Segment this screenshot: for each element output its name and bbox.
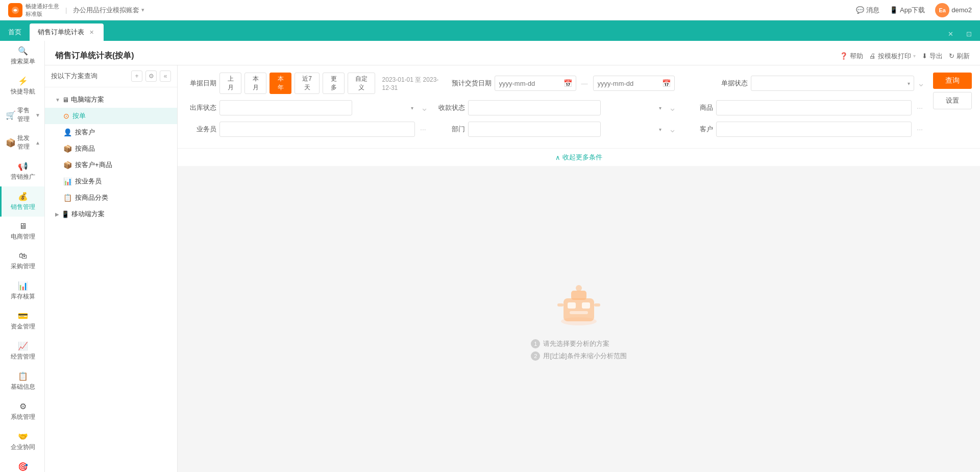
date-field: 单据日期 上月 本月 本年 近7天 更多 自定义 2023-01-01 至 20… [186, 73, 446, 94]
message-btn[interactable]: 💬 消息 [856, 6, 879, 15]
status-select-wrapper [751, 76, 914, 91]
7days-btn[interactable]: 近7天 [295, 73, 320, 94]
help-btn[interactable]: ❓ 帮助 [840, 52, 863, 61]
sidebar-item-sales[interactable]: 💰 销售管理 [0, 186, 44, 217]
refresh-btn[interactable]: ↻ 刷新 [949, 52, 970, 61]
by-product-icon: 📦 [63, 145, 72, 153]
sidebar-item-system[interactable]: ⚙ 系统管理 [0, 396, 44, 427]
message-icon: 💬 [856, 6, 864, 14]
calendar-end-icon: 📅 [662, 79, 671, 87]
tree-item-by-customer[interactable]: 👤 按客户 [45, 124, 177, 140]
main-layout: 🔍 搜索菜单 ⚡ 快捷导航 🛒 零售管理 ▼ 📦 批发管理 ▲ 📢 营销推广 💰… [0, 41, 980, 472]
delivery-status-select[interactable] [219, 100, 352, 115]
sidebar-item-ecommerce[interactable]: 🖥 电商管理 [0, 217, 44, 246]
cur-year-btn[interactable]: 本年 [270, 73, 291, 94]
content-area: 销售订单统计表(按单) ❓ 帮助 🖨 按模板打印 ▾ ⬇ 导出 ↻ 刷新 [45, 41, 980, 472]
add-scheme-btn[interactable]: + [131, 70, 142, 82]
collapse-icon: ∧ [555, 154, 560, 161]
collapse-panel-btn[interactable]: « [160, 70, 171, 82]
sidebar-item-finance[interactable]: 💳 资金管理 [0, 306, 44, 336]
page-header: 销售订单统计表(按单) ❓ 帮助 🖨 按模板打印 ▾ ⬇ 导出 ↻ 刷新 [45, 41, 980, 65]
receipt-status-field: 收款状态 ⌄ [434, 100, 677, 115]
tree-section-mobile[interactable]: ▶ 📱 移动端方案 [45, 206, 177, 222]
left-panel-icons: + ⚙ « [131, 70, 171, 82]
product-more-btn[interactable]: ··· [915, 104, 925, 112]
refresh-icon: ↻ [949, 52, 954, 60]
settings-scheme-btn[interactable]: ⚙ [145, 70, 157, 82]
print-icon: 🖨 [869, 52, 876, 60]
sidebar-item-inventory[interactable]: 📊 库存核算 [0, 276, 44, 306]
salesperson-field: 业务员 ··· [186, 122, 428, 137]
sidebar-item-retail[interactable]: 🛒 零售管理 ▼ [0, 101, 44, 129]
tab-bar: 首页 销售订单统计表 ✕ ✕ ⊡ [0, 20, 980, 41]
status-expand-icon[interactable]: ⌄ [917, 78, 925, 89]
sidebar-item-search[interactable]: 🔍 搜索菜单 [0, 41, 44, 71]
customer-more-btn[interactable]: ··· [915, 125, 925, 133]
prev-month-btn[interactable]: 上月 [219, 73, 241, 94]
tree-item-by-product[interactable]: 📦 按商品 [45, 140, 177, 157]
sidebar-item-basic[interactable]: 📋 基础信息 [0, 366, 44, 396]
sidebar-item-enterprise[interactable]: 🤝 企业协同 [0, 427, 44, 457]
tree-section: ▼ 🖥 电脑端方案 ⊙ 按单 👤 按客户 📦 按商品 [45, 87, 177, 226]
expected-date-end-wrapper: 📅 [593, 76, 675, 91]
more-date-btn[interactable]: 更多 [323, 73, 345, 94]
tab-home[interactable]: 首页 [0, 23, 30, 41]
sidebar-item-wholesale[interactable]: 📦 批发管理 ▲ [0, 129, 44, 156]
salesperson-input[interactable] [219, 122, 415, 137]
sidebar-item-operations[interactable]: 📈 经营管理 [0, 336, 44, 366]
sidebar-item-purchase[interactable]: 🛍 采购管理 [0, 246, 44, 276]
tree-item-by-salesperson[interactable]: 📊 按业务员 [45, 173, 177, 190]
tree-item-by-category[interactable]: 📋 按商品分类 [45, 190, 177, 206]
tab-restore-btn[interactable]: ⊡ [962, 27, 976, 41]
custom-date-btn[interactable]: 自定义 [348, 73, 375, 94]
product-input[interactable] [716, 100, 912, 115]
expected-date-field: 预计交货日期 📅 — 📅 [452, 76, 712, 91]
ecommerce-icon: 🖥 [19, 222, 27, 231]
svg-rect-2 [564, 298, 594, 321]
tree-item-by-order[interactable]: ⊙ 按单 [45, 108, 177, 124]
receipt-expand-icon[interactable]: ⌄ [669, 102, 676, 113]
inventory-icon: 📊 [18, 281, 28, 291]
print-arrow-icon: ▾ [913, 53, 916, 59]
sidebar-item-marketing[interactable]: 📢 营销推广 [0, 156, 44, 186]
tab-close-window-btn[interactable]: ✕ [943, 27, 958, 41]
svg-rect-9 [594, 303, 600, 306]
retail-arrow-icon: ▼ [35, 112, 40, 118]
filter-row-1: 单据日期 上月 本月 本年 近7天 更多 自定义 2023-01-01 至 20… [186, 73, 925, 94]
svg-rect-5 [570, 311, 588, 314]
sidebar-item-guide[interactable]: 🎯 新手引导 [0, 457, 44, 472]
computer-icon: 🖥 [62, 96, 69, 104]
left-panel-header: 按以下方案查询 + ⚙ « [45, 65, 177, 87]
collapse-filter-btn[interactable]: ∧ 收起更多条件 [178, 148, 980, 166]
cur-month-btn[interactable]: 本月 [244, 73, 266, 94]
user-area[interactable]: Ea demo2 [935, 3, 972, 17]
customer-field: 客户 ··· [682, 122, 925, 137]
sales-icon: 💰 [18, 192, 28, 201]
sidebar-item-shortcut[interactable]: ⚡ 快捷导航 [0, 71, 44, 101]
delivery-status-field: 出库状态 ⌄ [186, 100, 428, 115]
tab-close-btn[interactable]: ✕ [87, 28, 95, 36]
logo-area: 畅捷通好生意 标准版 [8, 3, 59, 17]
wholesale-arrow-icon: ▲ [35, 140, 40, 146]
dept-select[interactable] [468, 122, 601, 137]
salesperson-more-btn[interactable]: ··· [418, 125, 428, 133]
sidebar: 🔍 搜索菜单 ⚡ 快捷导航 🛒 零售管理 ▼ 📦 批发管理 ▲ 📢 营销推广 💰… [0, 41, 45, 472]
print-btn[interactable]: 🖨 按模板打印 ▾ [869, 52, 916, 61]
setting-button[interactable]: 设置 [933, 92, 972, 109]
empty-tip-2: 2 用[过滤]条件来缩小分析范围 [531, 351, 626, 361]
receipt-status-select[interactable] [468, 100, 601, 115]
tree-item-by-customer-product[interactable]: 📦 按客户+商品 [45, 157, 177, 173]
page-title: 销售订单统计表(按单) [55, 51, 134, 61]
delivery-expand-icon[interactable]: ⌄ [421, 102, 428, 113]
tab-sales-order-stats[interactable]: 销售订单统计表 ✕ [30, 23, 104, 41]
query-button[interactable]: 查询 [933, 73, 972, 89]
dept-wrapper [468, 122, 666, 137]
dept-expand-icon[interactable]: ⌄ [669, 124, 676, 135]
export-btn[interactable]: ⬇ 导出 [922, 52, 943, 61]
app-download-btn[interactable]: 📱 App下载 [890, 6, 925, 15]
tree-section-pc[interactable]: ▼ 🖥 电脑端方案 [45, 91, 177, 108]
breadcrumb[interactable]: 办公用品行业模拟账套 ▾ [73, 6, 144, 15]
status-select[interactable] [751, 76, 914, 91]
enterprise-icon: 🤝 [18, 432, 28, 441]
customer-input[interactable] [716, 122, 912, 137]
